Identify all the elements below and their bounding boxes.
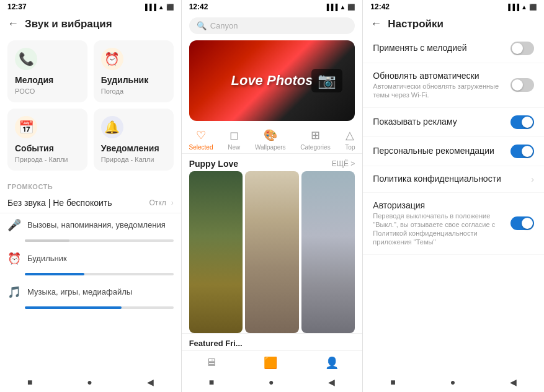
silence-item[interactable]: Без звука | Не беспокоить Откл › — [0, 193, 181, 213]
panel-sound-vibration: 12:37 ▐▐▐ ▲ ⬛ ← Звук и вибрация 📞 Мелоди… — [0, 0, 182, 392]
toggle-personal[interactable] — [511, 145, 534, 158]
media-icon: 🎵 — [7, 285, 21, 299]
wallpapers-label: Wallpapers — [255, 144, 286, 151]
nav-square-1[interactable]: ■ — [27, 377, 32, 387]
search-input[interactable]: Canyon — [210, 21, 238, 30]
volume-calls-row: 🎤 Вызовы, напоминания, уведомления — [7, 218, 174, 232]
calls-slider[interactable] — [25, 239, 174, 242]
section-more[interactable]: ЕЩЁ > — [332, 159, 355, 168]
nav-circle-3[interactable]: ● — [450, 377, 455, 387]
nav-back-2[interactable]: ◀ — [328, 377, 335, 387]
back-button-1[interactable]: ← — [7, 17, 19, 30]
nav-circle-1[interactable]: ● — [87, 377, 92, 387]
melody-sub: POCO — [15, 87, 80, 95]
bottom-more-title: Featured Fri... — [189, 339, 243, 348]
settings-item-personal[interactable]: Персональные рекомендации — [363, 137, 544, 166]
signal-icon-3: ▐▐▐ — [506, 4, 519, 11]
settings-item-ads[interactable]: Показывать рекламу — [363, 108, 544, 137]
puppy-love-section: Puppy Love ЕЩЁ > — [182, 154, 363, 171]
media-label: Музыка, игры, медиафайлы — [27, 287, 174, 298]
categories-icon: ⊞ — [311, 128, 320, 142]
card-notifications[interactable]: 🔔 Уведомления Природа - Капли — [94, 109, 174, 171]
settings-privacy-content: Политика конфиденциальности — [373, 174, 531, 185]
settings-item-privacy[interactable]: Политика конфиденциальности › — [363, 166, 544, 193]
volume-section: 🎤 Вызовы, напоминания, уведомления ⏰ Буд… — [0, 213, 181, 324]
status-icons-3: ▐▐▐ ▲ ⬛ — [506, 4, 537, 11]
nav-back-1[interactable]: ◀ — [147, 377, 154, 387]
time-2: 12:42 — [189, 2, 208, 11]
wallpaper-cat[interactable] — [301, 171, 355, 333]
search-bar[interactable]: 🔍 Canyon — [189, 17, 355, 34]
settings-item-autoupdate[interactable]: Обновлять автоматически Автоматически об… — [363, 63, 544, 108]
events-sub: Природа - Капли — [15, 156, 80, 163]
volume-alarm-row: ⏰ Будильник — [7, 252, 174, 265]
status-bar-1: 12:37 ▐▐▐ ▲ ⬛ — [0, 0, 181, 14]
panel-settings: 12:42 ▐▐▐ ▲ ⬛ ← Настройки Применять с ме… — [363, 0, 544, 392]
status-bar-3: 12:42 ▐▐▐ ▲ ⬛ — [363, 0, 544, 14]
search-icon: 🔍 — [197, 21, 207, 30]
bottom-home-btn[interactable]: 🖥 — [205, 356, 216, 370]
wifi-icon-3: ▲ — [521, 4, 527, 11]
tab-new[interactable]: ◻ New — [228, 128, 240, 151]
alarm-label: Будильник — [27, 254, 174, 264]
top-label: Top — [345, 144, 355, 151]
wifi-icon: ▲ — [158, 4, 164, 11]
hero-banner: Love Photos 📷 — [189, 40, 355, 121]
silence-chevron-icon: › — [171, 198, 174, 207]
toggle-auth[interactable] — [511, 216, 534, 230]
status-icons-1: ▐▐▐ ▲ ⬛ — [143, 4, 174, 11]
sound-cards-grid: 📞 Мелодия POCO ⏰ Будильник Погода 📅 Собы… — [0, 34, 181, 177]
selected-label: Selected — [189, 144, 213, 151]
nav-square-3[interactable]: ■ — [390, 377, 395, 387]
signal-icon-2: ▐▐▐ — [324, 4, 337, 11]
settings-item-auth[interactable]: Авторизация Переводя выключатель в полож… — [363, 193, 544, 255]
settings-item-melody[interactable]: Применять с мелодией — [363, 34, 544, 63]
volume-media-row: 🎵 Музыка, игры, медиафайлы — [7, 285, 174, 299]
android-navbar-2: ■ ● ◀ — [182, 372, 363, 392]
alarm-title: Будильник — [101, 75, 166, 85]
tab-wallpapers[interactable]: 🎨 Wallpapers — [255, 128, 286, 151]
nav-circle-2[interactable]: ● — [269, 377, 274, 387]
notifications-title: Уведомления — [101, 143, 166, 153]
battery-icon-2: ⬛ — [347, 4, 355, 11]
alarm-vol-icon: ⏰ — [7, 252, 21, 265]
card-melody[interactable]: 📞 Мелодия POCO — [7, 40, 87, 102]
media-slider-fill — [25, 306, 122, 309]
settings-autoupdate-title: Обновлять автоматически — [373, 71, 511, 81]
nav-back-3[interactable]: ◀ — [510, 377, 517, 387]
card-events[interactable]: 📅 События Природа - Капли — [7, 109, 87, 171]
settings-melody-content: Применять с мелодией — [373, 43, 511, 54]
nav-square-2[interactable]: ■ — [209, 377, 214, 387]
calls-icon: 🎤 — [7, 218, 21, 232]
tab-categories[interactable]: ⊞ Categories — [300, 128, 330, 151]
tab-selected[interactable]: ♡ Selected — [189, 128, 213, 151]
media-slider[interactable] — [25, 306, 174, 309]
wallpaper-dog1[interactable] — [189, 171, 243, 333]
settings-personal-title: Персональные рекомендации — [373, 146, 511, 156]
card-alarm[interactable]: ⏰ Будильник Погода — [94, 40, 174, 102]
top-bar-1: ← Звук и вибрация — [0, 14, 181, 34]
toggle-melody[interactable] — [511, 42, 534, 55]
bottom-more-row: Featured Fri... — [182, 333, 363, 350]
back-button-3[interactable]: ← — [370, 17, 381, 30]
privacy-chevron-icon: › — [531, 174, 534, 184]
alarm-slider[interactable] — [25, 273, 174, 275]
silence-value: Откл — [149, 198, 166, 207]
tab-top[interactable]: △ Top — [345, 128, 355, 151]
toggle-autoupdate[interactable] — [511, 78, 534, 92]
section-title: Puppy Love — [189, 159, 238, 169]
bottom-user-btn[interactable]: 👤 — [325, 356, 339, 370]
bottom-themes-btn[interactable]: 🟧 — [264, 356, 277, 370]
settings-personal-content: Персональные рекомендации — [373, 146, 511, 157]
events-icon: 📅 — [15, 116, 37, 138]
volume-section-label: ГРОМКОСТЬ — [0, 177, 181, 193]
wallpaper-dog2[interactable] — [245, 171, 299, 333]
settings-auth-sub: Переводя выключатель в положение "Выкл."… — [373, 212, 509, 247]
toggle-ads[interactable] — [511, 115, 534, 129]
screen-title-3: Настройки — [388, 18, 444, 30]
top-icon: △ — [346, 128, 354, 142]
settings-melody-title: Применять с мелодией — [373, 43, 511, 53]
settings-ads-content: Показывать рекламу — [373, 117, 511, 128]
top-bar-3: ← Настройки — [363, 14, 544, 34]
alarm-icon: ⏰ — [101, 48, 123, 70]
